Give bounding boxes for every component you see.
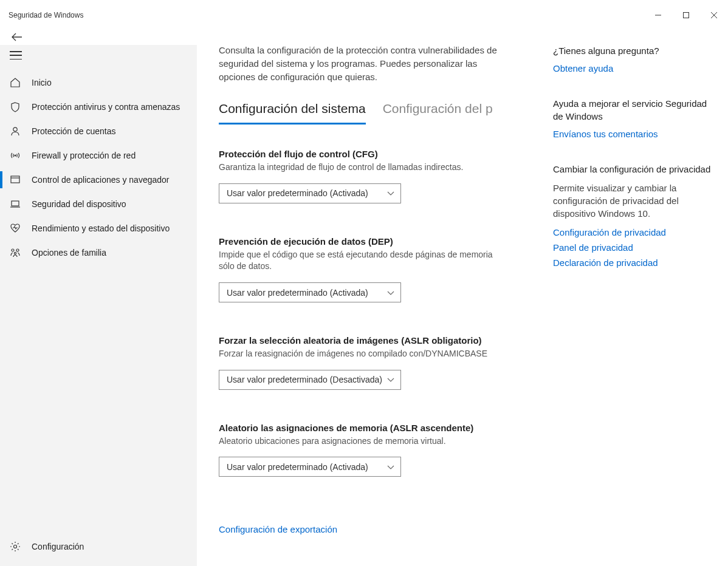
minimize-button[interactable] (644, 5, 672, 25)
dropdown-cfg[interactable]: Usar valor predeterminado (Activada) (219, 183, 401, 203)
svg-rect-1 (684, 13, 689, 18)
sidebar-item-accounts[interactable]: Protección de cuentas (0, 119, 197, 143)
tab-program-settings[interactable]: Configuración del p (383, 101, 493, 124)
setting-aslr-force: Forzar la selección aleatoria de imágene… (219, 335, 510, 390)
chevron-down-icon (387, 375, 394, 384)
window-title: Seguridad de Windows (9, 11, 83, 19)
setting-cfg: Protección del flujo de control (CFG) Ga… (219, 149, 510, 203)
gear-icon (10, 541, 21, 552)
sidebar-item-antivirus[interactable]: Protección antivirus y contra amenazas (0, 95, 197, 119)
export-settings-link[interactable]: Configuración de exportación (219, 524, 337, 534)
sidebar-item-label: Control de aplicaciones y navegador (32, 175, 169, 185)
help-title: ¿Tienes alguna pregunta? (553, 45, 711, 57)
setting-description: Forzar la reasignación de imágenes no co… (219, 348, 510, 360)
setting-description: Garantiza la integridad de flujo de cont… (219, 162, 510, 174)
back-button[interactable] (10, 30, 24, 44)
sidebar-item-performance[interactable]: Rendimiento y estado del dispositivo (0, 216, 197, 240)
maximize-button[interactable] (672, 5, 700, 25)
tab-system-settings[interactable]: Configuración del sistema (219, 101, 366, 124)
dropdown-value: Usar valor predeterminado (Activada) (227, 188, 368, 198)
setting-description: Impide que el código que se está ejecuta… (219, 249, 510, 273)
shield-icon (10, 101, 21, 112)
setting-title: Forzar la selección aleatoria de imágene… (219, 335, 510, 346)
tabs: Configuración del sistema Configuración … (219, 101, 517, 124)
svg-point-10 (16, 249, 19, 251)
sidebar-item-firewall[interactable]: Firewall y protección de red (0, 143, 197, 168)
home-icon (10, 77, 21, 88)
svg-rect-8 (12, 201, 19, 206)
close-button[interactable] (700, 5, 728, 25)
help-link[interactable]: Obtener ayuda (553, 63, 711, 73)
sidebar-item-label: Protección antivirus y contra amenazas (32, 102, 180, 112)
main-area: Protección contra vulnerabilidades Consu… (197, 0, 728, 566)
privacy-description: Permite visualizar y cambiar la configur… (553, 182, 711, 220)
svg-point-11 (14, 252, 16, 254)
page-description: Consulta la configuración de la protecci… (219, 44, 504, 83)
privacy-settings-link[interactable]: Configuración de privacidad (553, 227, 711, 237)
dropdown-value: Usar valor predeterminado (Desactivada) (227, 375, 382, 384)
svg-point-5 (15, 155, 16, 156)
dropdown-aslr-bottomup[interactable]: Usar valor predeterminado (Activada) (219, 457, 401, 477)
improve-title: Ayuda a mejorar el servicio Seguridad de… (553, 98, 711, 123)
chevron-down-icon (387, 188, 394, 198)
sidebar-item-app-browser[interactable]: Control de aplicaciones y navegador (0, 168, 197, 192)
sidebar-item-home[interactable]: Inicio (0, 70, 197, 95)
sidebar-item-label: Configuración (32, 542, 84, 551)
person-icon (10, 126, 21, 137)
privacy-panel-link[interactable]: Panel de privacidad (553, 242, 711, 253)
sidebar-item-label: Firewall y protección de red (32, 151, 136, 160)
dropdown-value: Usar valor predeterminado (Activada) (227, 462, 368, 472)
setting-aslr-bottomup: Aleatorio las asignaciones de memoria (A… (219, 423, 510, 477)
privacy-declaration-link[interactable]: Declaración de privacidad (553, 257, 711, 268)
svg-point-12 (14, 545, 17, 548)
sidebar-item-label: Protección de cuentas (32, 126, 116, 136)
laptop-icon (10, 199, 21, 210)
heart-icon (10, 223, 21, 234)
dropdown-value: Usar valor predeterminado (Activada) (227, 288, 368, 298)
hamburger-button[interactable] (10, 51, 22, 60)
sidebar-item-family[interactable]: Opciones de familia (0, 240, 197, 265)
chevron-down-icon (387, 462, 394, 472)
sidebar: Inicio Protección antivirus y contra ame… (0, 0, 197, 566)
setting-title: Aleatorio las asignaciones de memoria (A… (219, 423, 510, 433)
setting-title: Protección del flujo de control (CFG) (219, 149, 510, 159)
privacy-title: Cambiar la configuración de privacidad (553, 163, 711, 176)
svg-point-4 (13, 128, 17, 131)
window-icon (10, 174, 21, 185)
svg-rect-6 (11, 176, 19, 183)
antenna-icon (10, 150, 21, 161)
family-icon (10, 247, 21, 258)
setting-description: Aleatorio ubicaciones para asignaciones … (219, 435, 510, 448)
sidebar-item-device-security[interactable]: Seguridad del dispositivo (0, 192, 197, 216)
setting-title: Prevención de ejecución de datos (DEP) (219, 236, 510, 247)
dropdown-aslr-force[interactable]: Usar valor predeterminado (Desactivada) (219, 370, 401, 390)
right-column: ¿Tienes alguna pregunta? Obtener ayuda A… (553, 17, 711, 518)
chevron-down-icon (387, 288, 394, 298)
sidebar-item-label: Inicio (32, 78, 52, 87)
sidebar-item-label: Seguridad del dispositivo (32, 199, 126, 209)
setting-dep: Prevención de ejecución de datos (DEP) I… (219, 236, 510, 302)
sidebar-item-label: Opciones de familia (32, 248, 106, 257)
sidebar-item-label: Rendimiento y estado del dispositivo (32, 223, 170, 233)
svg-point-9 (12, 249, 14, 251)
feedback-link[interactable]: Envíanos tus comentarios (553, 129, 711, 139)
sidebar-item-settings[interactable]: Configuración (0, 534, 197, 559)
dropdown-dep[interactable]: Usar valor predeterminado (Activada) (219, 282, 401, 302)
